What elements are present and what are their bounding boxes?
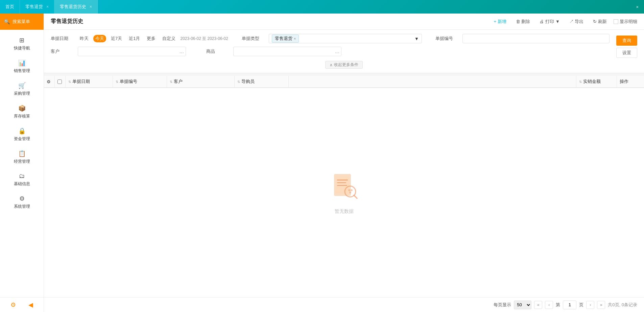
th-settings[interactable]: ⚙ [44, 76, 55, 87]
top-bar: 首页 零售退货 × 零售退货历史 × × [0, 0, 644, 14]
th-amount-label: 实销金额 [583, 79, 601, 85]
sidebar-footer: ⚙ ◀ [0, 297, 44, 312]
date-opt-more[interactable]: 更多 [145, 35, 158, 42]
sidebar-item-quick-nav[interactable]: ⊞ 快捷导航 [0, 32, 44, 55]
print-button[interactable]: 🖨 打印 ▼ [537, 17, 563, 26]
last-page-button[interactable]: » [597, 301, 605, 309]
th-action-label: 操作 [620, 79, 628, 85]
refresh-button[interactable]: ↻ 刷新 [590, 17, 610, 26]
filter-row-2: 客户 ... 商品 ... [51, 47, 610, 56]
quick-nav-icon: ⊞ [19, 37, 24, 44]
export-button-label: ↗ 导出 [569, 19, 584, 25]
th-guide-label: 导购员 [241, 79, 255, 85]
page-input[interactable] [563, 300, 576, 309]
inventory-icon: 📦 [18, 105, 26, 112]
prev-page-button[interactable]: ‹ [545, 301, 553, 309]
th-checkbox[interactable] [55, 76, 66, 87]
export-button[interactable]: ↗ 导出 [567, 17, 587, 26]
sidebar-search[interactable]: 🔍 搜索菜单 [0, 14, 44, 30]
th-date-sort-icon[interactable]: ⇅ [68, 80, 71, 84]
sidebar-item-basic-info-label: 基础信息 [14, 181, 30, 187]
sidebar-item-basic-info[interactable]: 🗂 基础信息 [0, 169, 44, 191]
page-title: 零售退货历史 [51, 18, 83, 25]
empty-text: 暂无数据 [335, 208, 354, 215]
sidebar-menu: ⊞ 快捷导航 📊 销售管理 🛒 采购管理 📦 库存核算 🔒 资金管理 📋 [0, 30, 44, 297]
display-checkbox[interactable] [614, 19, 618, 24]
collapse-button[interactable]: ∧ 收起更多条件 [325, 61, 363, 69]
sidebar-item-purchase-label: 采购管理 [14, 91, 30, 96]
filter-row-1: 单据日期 昨天 今天 近7天 近1月 更多 自定义 2023-06-02 至 2… [51, 34, 610, 43]
new-button[interactable]: + 新增 [491, 17, 509, 26]
table-select-all-checkbox[interactable] [57, 80, 62, 84]
collapse-sidebar-icon[interactable]: ◀ [28, 301, 33, 309]
sidebar-item-system-mgmt[interactable]: ⚙ 系统管理 [0, 191, 44, 214]
date-opt-yesterday[interactable]: 昨天 [78, 35, 91, 42]
voucher-type-select[interactable]: 零售退货 × ▼ [269, 34, 422, 43]
empty-icon [327, 171, 361, 204]
th-action: 操作 [617, 76, 644, 87]
goods-input[interactable] [233, 47, 341, 56]
settings-button[interactable]: 设置 [616, 48, 637, 58]
th-date: ⇅ 单据日期 [66, 76, 113, 87]
search-icon: 🔍 [4, 19, 10, 24]
th-amount-sort-icon[interactable]: ⇅ [579, 80, 582, 84]
collapse-bar: ∧ 收起更多条件 [51, 61, 637, 69]
th-customer: ⇅ 客户 [167, 76, 235, 87]
th-guide: ⇅ 导购员 [235, 76, 289, 87]
voucher-number-input[interactable] [462, 34, 610, 43]
tab-retail-return[interactable]: 零售退货 × [20, 0, 54, 14]
next-page-button[interactable]: › [586, 301, 594, 309]
customer-input[interactable] [78, 47, 186, 56]
print-button-label: 🖨 打印 [540, 19, 554, 25]
filter-right: 查询 设置 [610, 34, 637, 60]
svg-line-6 [354, 195, 357, 198]
sidebar-item-purchase-mgmt[interactable]: 🛒 采购管理 [0, 78, 44, 101]
sidebar-item-operations[interactable]: 📋 经营管理 [0, 146, 44, 169]
new-button-label: + 新增 [494, 19, 506, 25]
th-customer-label: 客户 [174, 79, 183, 85]
empty-state: 暂无数据 [44, 88, 644, 297]
delete-button[interactable]: 🗑 删除 [513, 17, 533, 26]
collapse-icon: ∧ [330, 63, 333, 67]
sidebar-item-quick-nav-label: 快捷导航 [14, 45, 30, 51]
tab-retail-return-history-close[interactable]: × [90, 4, 92, 9]
date-opt-today[interactable]: 今天 [93, 35, 106, 42]
sidebar-item-finance[interactable]: 🔒 资金管理 [0, 123, 44, 146]
content-area: 零售退货历史 + 新增 🗑 删除 🖨 打印 ▼ ↗ 导出 ↻ 刷新 [44, 14, 644, 312]
sidebar-search-text: 搜索菜单 [13, 19, 30, 25]
tab-home[interactable]: 首页 [0, 0, 20, 14]
sidebar-item-inventory[interactable]: 📦 库存核算 [0, 101, 44, 123]
first-page-button[interactable]: « [534, 301, 542, 309]
tab-retail-return-close[interactable]: × [46, 4, 49, 9]
sidebar-item-inventory-label: 库存核算 [14, 113, 30, 119]
table-settings-icon: ⚙ [47, 79, 51, 84]
sidebar-item-sales-mgmt[interactable]: 📊 销售管理 [0, 55, 44, 78]
print-dropdown-icon[interactable]: ▼ [555, 19, 560, 24]
delete-button-label: 🗑 删除 [516, 19, 530, 25]
table-header: ⚙ ⇅ 单据日期 ⇅ 单据编号 ⇅ 客户 ⇅ [44, 76, 644, 88]
svg-point-8 [351, 189, 353, 191]
settings-footer-icon[interactable]: ⚙ [10, 301, 16, 309]
date-range: 2023-06-02 至 2023-06-02 [180, 36, 228, 42]
th-number-sort-icon[interactable]: ⇅ [116, 80, 118, 84]
operations-icon: 📋 [18, 150, 26, 157]
sidebar: 🔍 搜索菜单 ⊞ 快捷导航 📊 销售管理 🛒 采购管理 📦 库存核算 🔒 [0, 14, 44, 312]
goods-input-wrap: ... [233, 47, 341, 56]
date-opt-7days[interactable]: 近7天 [109, 35, 124, 42]
date-opt-1month[interactable]: 近1月 [127, 35, 142, 42]
voucher-number-wrap [462, 34, 610, 43]
goods-dots-icon: ... [335, 48, 339, 54]
date-opt-custom[interactable]: 自定义 [160, 35, 177, 42]
top-bar-close[interactable]: × [630, 4, 644, 9]
date-label: 单据日期 [51, 36, 71, 42]
customer-input-wrap: ... [78, 47, 186, 56]
customer-dots-icon: ... [180, 48, 184, 54]
voucher-type-tag-close[interactable]: × [294, 37, 296, 41]
tab-retail-return-history[interactable]: 零售退货历史 × [54, 0, 98, 14]
page-suffix: 页 [579, 302, 583, 308]
display-toggle[interactable]: 显示明细 [614, 19, 637, 25]
th-guide-sort-icon[interactable]: ⇅ [237, 80, 240, 84]
query-button[interactable]: 查询 [616, 36, 637, 46]
per-page-select[interactable]: 50 20 100 [514, 300, 531, 309]
th-customer-sort-icon[interactable]: ⇅ [170, 80, 172, 84]
